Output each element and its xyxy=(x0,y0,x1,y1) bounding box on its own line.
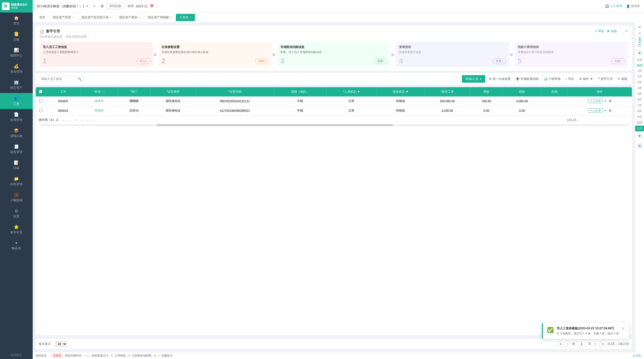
special-deduction-btn[interactable]: ➕ 专项附加扣除 xyxy=(514,76,540,82)
add-account-btn[interactable]: ＋ xyxy=(91,3,97,10)
first-page-btn[interactable]: « xyxy=(557,341,564,347)
edit-icon-1[interactable]: ✏ xyxy=(604,109,607,112)
guide-video-link[interactable]: ▶ 视频 xyxy=(607,29,617,33)
select-all-checkbox[interactable] xyxy=(39,90,42,93)
beginner-guide-btn[interactable]: ? 新手引导 xyxy=(596,76,614,82)
go-auth-btn[interactable]: 去充值 xyxy=(633,354,641,357)
row-id-type-0: 居民身份证 xyxy=(150,96,196,106)
month-item-2023[interactable]: 2023 xyxy=(635,63,644,68)
guide-help-link[interactable]: ⊙ 帮助 xyxy=(595,29,604,33)
step-btn-0[interactable]: 导入> xyxy=(136,58,150,64)
tab-首页[interactable]: 首页 xyxy=(36,14,49,21)
month-item-1月[interactable]: 1月 xyxy=(635,68,644,74)
nav-up-btn[interactable]: ▲ xyxy=(637,49,643,56)
delete-icon-0[interactable]: 🗑 xyxy=(609,99,612,103)
sidebar-item-进销台账[interactable]: 📦进销台账 xyxy=(0,125,33,141)
col-action: 操作 xyxy=(568,87,632,96)
step-num-0: 1 xyxy=(43,57,47,65)
month-item-5月[interactable]: 5月 xyxy=(635,91,644,97)
sidebar-item-结账[interactable]: 📝结账 xyxy=(0,157,33,173)
tab-close-icon-5[interactable]: × xyxy=(190,16,191,19)
sidebar-item-固定资产[interactable]: 🏢固定资产 xyxy=(0,77,33,93)
month-item-9月[interactable]: 9月 xyxy=(635,114,644,120)
tab-固定资产明细账[interactable]: 固定资产明细账× xyxy=(144,14,176,21)
guide-arrow-4: ▶ xyxy=(509,52,515,57)
month-item-10月[interactable]: 10月 xyxy=(635,120,644,126)
social-btn-0[interactable]: 个人社保 xyxy=(588,99,602,103)
edit-icon-0[interactable]: ✏ xyxy=(604,99,607,103)
calendar-icon[interactable]: 📅 xyxy=(150,4,154,8)
step-btn-3[interactable]: 查看> xyxy=(493,58,506,64)
step-btn-4[interactable]: 查看> xyxy=(611,58,625,64)
step-btn-2[interactable]: 查看> xyxy=(374,58,387,64)
row-checkbox-0[interactable] xyxy=(39,99,43,102)
ai-service-btn[interactable]: 🎧 人工咨询 xyxy=(605,4,622,8)
tab-label-0: 首页 xyxy=(39,15,45,20)
social-btn-1[interactable]: 个人社保 xyxy=(588,108,602,113)
sidebar-item-发票管理[interactable]: 📄发票管理 xyxy=(0,109,33,125)
tab-工资表[interactable]: 工资表× xyxy=(176,14,195,21)
operation-btn[interactable]: ⚙ 操作 ▼ xyxy=(578,76,594,82)
right-panel-expand-btn[interactable]: ≪ xyxy=(638,31,641,35)
add-person-btn[interactable]: 添加人员 ▼ xyxy=(462,75,486,83)
row-checkbox-1[interactable] xyxy=(39,109,43,112)
month-item-7月[interactable]: 7月 xyxy=(635,102,644,108)
sidebar-label-4: 固定资产 xyxy=(10,86,22,90)
export-btn[interactable]: ↓ 导出 xyxy=(564,76,576,82)
sidebar-item-总账[interactable]: 📒总账 xyxy=(0,29,33,45)
prev-page-btn[interactable]: ‹ xyxy=(565,341,571,347)
nav-down-btn[interactable]: ▼ xyxy=(637,133,643,139)
user-name: 徐泽华 xyxy=(631,4,640,8)
row-name-0[interactable]: 徐泽华 xyxy=(95,99,104,103)
toast-close-btn[interactable]: ✕ xyxy=(622,326,625,330)
page-input[interactable] xyxy=(577,341,587,347)
row-name-1[interactable]: 李俊杰 xyxy=(95,109,104,112)
tab-close-icon-4[interactable]: × xyxy=(171,16,172,19)
month-item-6月[interactable]: 6月 xyxy=(635,97,644,102)
tax-declaration-btn[interactable]: 📊 个税申报 xyxy=(542,76,562,82)
tab-固定资产管理[interactable]: 固定资产管理× xyxy=(49,14,77,21)
sidebar-item-工资[interactable]: 👥工资 xyxy=(0,93,33,109)
right-panel-close-btn[interactable]: ✕ xyxy=(638,25,641,29)
refresh-btn[interactable]: ↻ 刷新 xyxy=(616,76,629,82)
version-switch-btn[interactable]: 切到旧版 xyxy=(107,3,124,9)
tab-close-icon-2[interactable]: × xyxy=(110,16,112,19)
pin-btn[interactable]: 取消固定 xyxy=(0,351,33,359)
per-page-select[interactable]: 10 20 50 xyxy=(55,341,67,347)
month-item-3月[interactable]: 3月 xyxy=(635,79,644,85)
salary-table: 工号 *姓名 ↑↓ *部门 *证照类型 *证照号码 国籍（地区） *人员状态 ▼… xyxy=(36,87,632,116)
month-item-2月[interactable]: 2月 xyxy=(635,74,644,79)
sidebar-item-首页[interactable]: 🏠首页 xyxy=(0,13,33,29)
sidebar-label-14: 畅会员 xyxy=(12,246,21,250)
month-item-4月[interactable]: 4月 xyxy=(635,85,644,91)
settings-icon[interactable]: ⚙ xyxy=(99,3,105,10)
sidebar-item-畅会员[interactable]: ♦畅会员 xyxy=(0,238,33,253)
step-btn-1[interactable]: 设置> xyxy=(255,58,269,64)
sidebar-item-设置[interactable]: ⚙设置 xyxy=(0,206,33,222)
month-item-8月[interactable]: 8月 xyxy=(635,108,644,114)
refresh-calendar-btn[interactable]: ↻ xyxy=(637,143,643,149)
tab-close-icon-3[interactable]: × xyxy=(139,16,140,19)
sidebar-item-税务管理[interactable]: 🧾税务管理 xyxy=(0,141,33,157)
search-input[interactable] xyxy=(41,77,76,81)
user-menu[interactable]: 👤 徐泽华 xyxy=(626,4,640,8)
sidebar-item-小畅报销[interactable]: 💼小畅报销 xyxy=(0,189,33,206)
month-item-12月[interactable]: 12月 xyxy=(635,57,644,63)
sidebar-item-归档管理[interactable]: 📁归档管理 xyxy=(0,173,33,189)
sidebar-item-资金管理[interactable]: 💰资金管理 xyxy=(0,61,33,77)
social-security-setup-btn[interactable]: ⚙ 统一社保设置 xyxy=(487,76,512,82)
row-nationality-0: 中国 xyxy=(274,96,327,106)
account-selector[interactable]: 刘小艳演示账套（勿删勿动！）1 ▼ xyxy=(37,4,88,9)
guide-close-btn[interactable]: ✕ xyxy=(625,29,628,33)
sidebar-item-报表中心[interactable]: 📊报表中心 xyxy=(0,45,33,61)
month-item-11月[interactable]: 11月 xyxy=(635,126,644,131)
delete-icon-1[interactable]: 🗑 xyxy=(609,109,612,112)
row-report-status-1: 待报送 xyxy=(377,106,424,116)
tab-固定资产折旧统计表[interactable]: 固定资产折旧统计表× xyxy=(78,14,115,21)
sidebar-item-新手引导[interactable]: 🌟新手引导 xyxy=(0,222,33,238)
expire-label: 授权到期时间：—— xyxy=(65,354,90,357)
last-page-btn[interactable]: » xyxy=(600,341,606,347)
tab-close-icon-1[interactable]: × xyxy=(72,16,74,19)
tab-固定资产类别[interactable]: 固定资产类别× xyxy=(116,14,144,21)
next-page-btn[interactable]: › xyxy=(593,341,598,347)
